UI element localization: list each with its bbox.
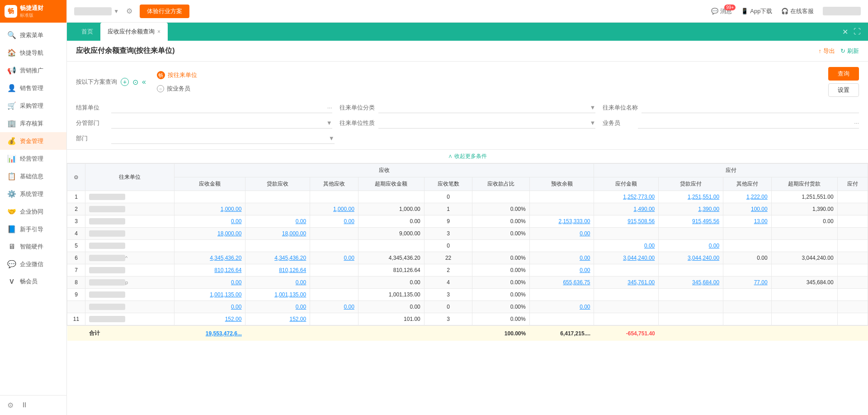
view-salesperson-icon: ○ (157, 85, 164, 92)
tab-bar-close-icon[interactable]: ✕ (842, 28, 848, 36)
sidebar-item-finance[interactable]: 💰 资金管理 (0, 132, 66, 150)
sidebar-settings-icon[interactable]: ⚙ (7, 401, 14, 410)
gear-icon[interactable]: ⚙ (126, 7, 132, 15)
td-p2[interactable]: 3,044,240.00 (659, 252, 723, 264)
td-p1 (594, 228, 659, 240)
view-by-salesperson[interactable]: ○ 按业务员 (153, 83, 201, 95)
dept-manager-select[interactable]: ▼ (111, 118, 332, 129)
sidebar-item-basic-info[interactable]: 📋 基础信息 (0, 167, 66, 185)
dept-select[interactable]: ▼ (111, 133, 335, 144)
td-p1[interactable]: 0.00 (594, 240, 659, 252)
td-p1[interactable]: 1,252,773.00 (594, 191, 659, 203)
filter-collapse-btn[interactable]: « (142, 78, 146, 86)
th-settings[interactable]: ⚙ (67, 164, 85, 191)
tab-bar-expand-icon[interactable]: ⛶ (854, 28, 861, 36)
td-r7[interactable]: 655,636.75 (529, 277, 594, 289)
td-r1[interactable]: 152.00 (174, 313, 245, 326)
td-p3[interactable]: 100.00 (723, 203, 772, 215)
settings-button[interactable]: 设置 (828, 83, 859, 97)
td-r6 (472, 191, 529, 203)
td-p2[interactable]: 345,684.00 (659, 277, 723, 289)
sidebar-item-smart-hw[interactable]: 🖥 智能硬件 (0, 238, 66, 255)
smart-hw-icon: 🖥 (7, 243, 16, 251)
td-r2[interactable]: 18,000.00 (245, 228, 310, 240)
th-partner: 往来单位 (85, 164, 175, 191)
tab-home[interactable]: 首页 (74, 23, 100, 41)
salesperson-input[interactable]: ··· (638, 118, 859, 129)
refresh-button[interactable]: ↻ 刷新 (840, 47, 859, 55)
td-p3[interactable]: 77.00 (723, 277, 772, 289)
td-p1[interactable]: 345,761.00 (594, 277, 659, 289)
sidebar-item-system[interactable]: ⚙️ 系统管理 (0, 185, 66, 203)
td-r1[interactable]: 810,126.64 (174, 264, 245, 277)
td-r2[interactable]: 0.00 (245, 277, 310, 289)
sidebar-item-inventory[interactable]: 🏢 库存核算 (0, 114, 66, 132)
sidebar-item-vip[interactable]: V 畅会员 (0, 273, 66, 290)
td-p5 (837, 277, 868, 289)
user-info[interactable] (823, 8, 861, 14)
td-r2[interactable]: 4,345,436.20 (245, 252, 310, 264)
partner-name-input[interactable] (642, 102, 859, 113)
sidebar-item-operations[interactable]: 📊 经营管理 (0, 150, 66, 167)
td-p4: 1,390.00 (771, 203, 837, 215)
app-download-btn[interactable]: 📱 App下载 (741, 7, 772, 15)
td-r3[interactable]: 1,000.00 (310, 203, 359, 215)
td-r2[interactable]: 0.00 (245, 301, 310, 313)
partner-nature-select[interactable]: ▼ (378, 118, 596, 129)
message-btn[interactable]: 💬 消息 99+ (711, 7, 732, 15)
td-p2[interactable]: 915,495.56 (659, 215, 723, 228)
td-r7[interactable]: 2,153,333.00 (529, 215, 594, 228)
td-r7[interactable]: 0.00 (529, 252, 594, 264)
filter-setting-btn[interactable]: ⊙ (132, 78, 138, 86)
sidebar-item-search-menu[interactable]: 🔍 搜索菜单 (0, 26, 66, 44)
promo-button[interactable]: 体验行业方案 (140, 5, 189, 18)
td-p1[interactable]: 1,490.00 (594, 203, 659, 215)
td-r2[interactable]: 810,126.64 (245, 264, 310, 277)
table-settings-icon[interactable]: ⚙ (74, 174, 79, 181)
sidebar-item-purchase[interactable]: 🛒 采购管理 (0, 97, 66, 114)
partner-category-select[interactable]: ▼ (378, 102, 596, 113)
td-p4: 1,251,551.00 (771, 191, 837, 203)
td-r1[interactable]: 1,001,135.00 (174, 289, 245, 301)
td-r7[interactable]: 0.00 (529, 228, 594, 240)
service-btn[interactable]: 🎧 在线客服 (781, 7, 814, 15)
sidebar-item-corp-wechat[interactable]: 💬 企业微信 (0, 255, 66, 273)
td-p2[interactable]: 1,390.00 (659, 203, 723, 215)
sidebar-item-corp-coop[interactable]: 🤝 企业协同 (0, 203, 66, 220)
td-r3[interactable]: 0.00 (310, 215, 359, 228)
query-button[interactable]: 查询 (828, 67, 859, 81)
td-r2[interactable]: 1,001,135.00 (245, 289, 310, 301)
settlement-unit-input[interactable]: ··· (111, 102, 332, 113)
sidebar-collapse-icon[interactable]: ⏸ (21, 401, 28, 410)
td-r1[interactable]: 0.00 (174, 215, 245, 228)
collapse-bar[interactable]: ∧ 收起更多条件 (67, 150, 868, 163)
td-r1[interactable]: 4,345,436.20 (174, 252, 245, 264)
td-r1[interactable]: 18,000.00 (174, 228, 245, 240)
sidebar-item-sales[interactable]: 👤 销售管理 (0, 79, 66, 97)
td-p3[interactable]: 13.00 (723, 215, 772, 228)
export-button[interactable]: ↑ 导出 (819, 47, 835, 55)
td-r1[interactable]: 0.00 (174, 277, 245, 289)
td-r1[interactable]: 0.00 (174, 301, 245, 313)
td-p2[interactable]: 1,251,551.00 (659, 191, 723, 203)
td-r7[interactable]: 0.00 (529, 301, 594, 313)
td-r2[interactable]: 0.00 (245, 215, 310, 228)
td-r2[interactable]: 152.00 (245, 313, 310, 326)
td-r2 (245, 203, 310, 215)
sidebar-item-new-guide[interactable]: 📘 新手引导 (0, 220, 66, 238)
filter-add-btn[interactable]: + (121, 78, 129, 86)
td-p1[interactable]: 915,508.56 (594, 215, 659, 228)
td-r3[interactable]: 0.00 (310, 301, 359, 313)
td-r3[interactable]: 0.00 (310, 252, 359, 264)
view-by-partner[interactable]: 畅 按往来单位 (153, 69, 201, 81)
td-r1[interactable]: 1,000.00 (174, 203, 245, 215)
app-icon: 📱 (741, 8, 748, 14)
td-p1[interactable]: 3,044,240.00 (594, 252, 659, 264)
td-p2[interactable]: 0.00 (659, 240, 723, 252)
tab-close-btn[interactable]: × (157, 29, 160, 35)
td-p3[interactable]: 1,222.00 (723, 191, 772, 203)
sidebar-item-marketing[interactable]: 📢 营销推广 (0, 62, 66, 79)
tab-ar-ap[interactable]: 应收应付余额查询 × (100, 23, 168, 41)
sidebar-item-quick-nav[interactable]: 🏠 快捷导航 (0, 44, 66, 62)
td-r7[interactable]: 0.00 (529, 264, 594, 277)
